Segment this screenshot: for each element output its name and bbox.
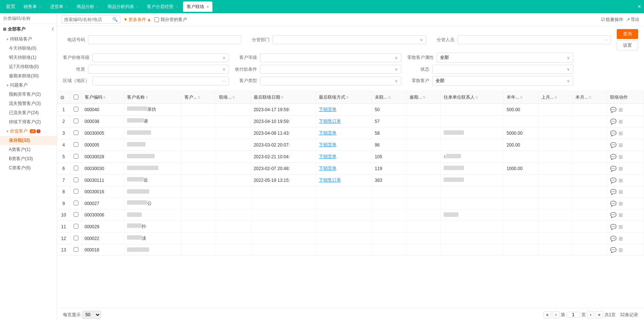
sidebar-item-classC[interactable]: C类客户(6)	[0, 163, 57, 173]
nav-tab-analysis-list[interactable]: 商品分析列表 ×	[104, 1, 142, 12]
nav-tab-purchase[interactable]: 进货单 ×	[46, 1, 71, 12]
nav-tab-sales[interactable]: 销售单 ×	[20, 1, 45, 12]
reset-button[interactable]: 设置	[617, 40, 638, 50]
filter-status-select[interactable]: ∨	[432, 65, 573, 74]
query-button[interactable]: 查询	[617, 29, 638, 39]
grid-icon[interactable]: ⊞	[619, 142, 623, 148]
close-all-icon[interactable]: ×	[638, 3, 641, 10]
filter-price-select[interactable]: ∨	[92, 53, 229, 62]
grid-icon[interactable]: ⊞	[619, 236, 623, 241]
row-checkbox[interactable]	[70, 198, 81, 209]
message-icon[interactable]: 💬	[610, 189, 616, 195]
col-settings[interactable]: ⚙	[57, 91, 70, 104]
grid-icon[interactable]: ⊞	[619, 201, 623, 207]
grid-icon[interactable]: ⊞	[619, 177, 623, 183]
row-checkbox[interactable]	[70, 209, 81, 221]
row-checkbox[interactable]	[70, 139, 81, 151]
close-icon[interactable]: ×	[136, 5, 138, 9]
message-icon[interactable]: 💬	[610, 130, 616, 136]
row-checkbox[interactable]	[70, 233, 81, 244]
search-input[interactable]	[64, 17, 111, 22]
select-all-checkbox[interactable]	[74, 95, 78, 99]
message-icon[interactable]: 💬	[610, 224, 616, 230]
filter-person-input[interactable]: ···	[457, 35, 611, 44]
message-icon[interactable]: 💬	[610, 154, 616, 160]
filter-payment-select[interactable]: ∨	[260, 65, 401, 74]
grid-icon[interactable]: ⊞	[619, 212, 623, 218]
grid-icon[interactable]: ⊞	[619, 107, 623, 113]
sidebar-search-input[interactable]	[3, 16, 57, 21]
grid-icon[interactable]: ⊞	[619, 224, 623, 230]
row-checkbox[interactable]	[70, 221, 81, 233]
nav-home[interactable]: 首页	[3, 3, 18, 10]
close-icon[interactable]: ×	[207, 5, 209, 9]
message-icon[interactable]: 💬	[610, 247, 616, 253]
filter-retail2-select[interactable]: 全部 ∨	[432, 76, 573, 86]
filter-retail-select[interactable]: 全部 ∨	[437, 53, 573, 63]
grid-icon[interactable]: ⊞	[619, 247, 623, 253]
message-icon[interactable]: 💬	[610, 212, 616, 218]
filter-dept-select[interactable]: ∨	[272, 35, 426, 44]
filter-more-btn[interactable]: ▼ 更多条件 ▲	[123, 17, 151, 23]
sidebar-group-value[interactable]: ▼ 价值客户 ↺ !	[0, 127, 57, 136]
message-icon[interactable]: 💬	[610, 201, 616, 207]
grid-icon[interactable]: ⊞	[619, 119, 623, 124]
close-icon[interactable]: ×	[39, 5, 41, 9]
message-icon[interactable]: 💬	[610, 177, 616, 183]
sidebar-item-churned[interactable]: 已流失客户(24)	[0, 108, 57, 117]
row-checkbox[interactable]	[70, 186, 81, 198]
page-number-input[interactable]	[567, 312, 580, 318]
all-customers-header[interactable]: ⊞ 全部客户 《	[0, 24, 57, 35]
message-icon[interactable]: 💬	[610, 107, 616, 113]
sidebar-item-churn-warning[interactable]: 流失预警客户(3)	[0, 99, 57, 108]
row-partner	[441, 104, 504, 116]
sidebar-item-7days[interactable]: 近7天待联络(0)	[0, 62, 57, 71]
sidebar-group-problem[interactable]: ▼ 问题客户	[0, 81, 57, 90]
sidebar-item-ungrouped[interactable]: 未分组(32)	[0, 136, 57, 145]
filter-phone-input[interactable]	[88, 35, 242, 44]
page-size-select[interactable]: 50 100 200	[82, 311, 101, 319]
message-icon[interactable]: 💬	[610, 142, 616, 148]
row-checkbox[interactable]	[70, 174, 81, 186]
filter-level-select[interactable]: ∨	[260, 53, 401, 62]
sidebar-item-classA[interactable]: A类客户(1)	[0, 145, 57, 154]
settings-icon[interactable]: ⚙	[60, 95, 65, 100]
first-page-btn[interactable]: «	[543, 311, 551, 318]
filter-type-select[interactable]: ∨	[260, 77, 401, 85]
sidebar-item-hoarding[interactable]: 囤购异常客户(2)	[0, 90, 57, 99]
col-checkbox[interactable]	[70, 91, 81, 104]
sidebar-item-tomorrow[interactable]: 明天待联络(1)	[0, 53, 57, 62]
message-icon[interactable]: 💬	[610, 166, 616, 172]
sidebar-item-overdue[interactable]: 逾期未联络(30)	[0, 71, 57, 81]
row-checkbox[interactable]	[70, 116, 81, 127]
row-checkbox[interactable]	[70, 244, 81, 256]
grid-icon[interactable]: ⊞	[619, 189, 623, 195]
my-customers-checkbox[interactable]	[154, 17, 159, 22]
sidebar-group-pending[interactable]: ▼ 待联络客户	[0, 35, 57, 44]
sidebar-item-declining[interactable]: 持续下滑客户(2)	[0, 117, 57, 127]
close-icon[interactable]: ×	[66, 5, 68, 9]
sidebar-item-today[interactable]: 今天待联络(0)	[0, 44, 57, 53]
sidebar-item-classB[interactable]: B类客户(33)	[0, 154, 57, 163]
message-icon[interactable]: 💬	[610, 236, 616, 241]
grid-icon[interactable]: ⊞	[619, 166, 623, 172]
close-icon[interactable]: ×	[96, 5, 99, 9]
nav-tab-customer-mgmt[interactable]: 客户分层经营 ×	[143, 1, 182, 12]
last-page-btn[interactable]: »	[595, 311, 603, 318]
prev-page-btn[interactable]: ‹	[553, 311, 559, 318]
filter-nature-select[interactable]: ∨	[88, 65, 229, 74]
close-icon[interactable]: ×	[176, 5, 178, 9]
export-btn[interactable]: ↗ 导出	[626, 17, 640, 23]
row-checkbox[interactable]	[70, 163, 81, 174]
grid-icon[interactable]: ⊞	[619, 130, 623, 136]
row-checkbox[interactable]	[70, 104, 81, 116]
row-checkbox[interactable]	[70, 151, 81, 163]
nav-tab-customer-contact[interactable]: 客户联络 ×	[183, 1, 212, 12]
filter-region-input[interactable]: ···	[92, 77, 229, 85]
nav-tab-analysis[interactable]: 商品分析 ×	[73, 1, 102, 12]
batch-op-btn[interactable]: ☑ 批量操作	[601, 17, 623, 23]
message-icon[interactable]: 💬	[610, 119, 616, 124]
next-page-btn[interactable]: ›	[587, 311, 594, 318]
row-checkbox[interactable]	[70, 127, 81, 139]
grid-icon[interactable]: ⊞	[619, 154, 623, 160]
